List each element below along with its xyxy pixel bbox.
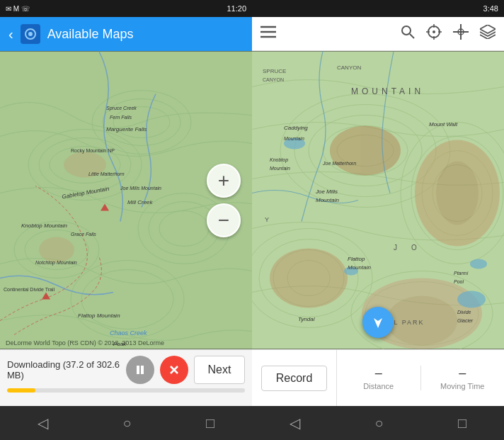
svg-marker-103 bbox=[374, 318, 382, 328]
svg-text:Divide: Divide bbox=[457, 310, 471, 315]
app-bar-right bbox=[252, 17, 504, 51]
svg-text:MOUNTAIN: MOUNTAIN bbox=[351, 86, 424, 96]
record-button[interactable]: Record bbox=[261, 366, 328, 391]
download-controls: Next bbox=[126, 356, 245, 384]
app-logo bbox=[21, 24, 40, 44]
app-bar-left: ‹ Available Maps bbox=[0, 17, 252, 51]
svg-point-74 bbox=[436, 162, 479, 225]
svg-text:Mill Creek: Mill Creek bbox=[127, 199, 154, 205]
menu-icon[interactable] bbox=[260, 26, 276, 42]
zoom-in-button[interactable]: + bbox=[207, 164, 241, 198]
svg-text:Flattop: Flattop bbox=[348, 256, 365, 262]
svg-text:Flattop Mountain: Flattop Mountain bbox=[78, 312, 120, 319]
svg-text:Chaos Creek: Chaos Creek bbox=[110, 329, 147, 337]
svg-text:Pool: Pool bbox=[454, 279, 464, 284]
copyright-text: DeLorme World Topo (RS CDN) © 2012, 2013… bbox=[6, 339, 164, 346]
svg-text:SPRUCE: SPRUCE bbox=[263, 68, 286, 74]
svg-point-1 bbox=[28, 32, 33, 36]
svg-point-70 bbox=[270, 249, 348, 308]
stats-container: – Distance – Moving Time bbox=[337, 366, 504, 390]
location-button[interactable] bbox=[362, 307, 394, 338]
recent-nav-right-icon[interactable]: □ bbox=[458, 415, 466, 431]
download-status-text: Downloading (37.2 of 302.6 MB) bbox=[7, 359, 126, 380]
status-bar-left: ✉ M ☏ 11:20 bbox=[0, 0, 252, 17]
svg-text:Glacier: Glacier bbox=[457, 318, 474, 323]
pause-button[interactable] bbox=[126, 356, 154, 384]
left-status-left-icons: ✉ M ☏ bbox=[6, 5, 30, 13]
svg-text:Rocky Mountain NP: Rocky Mountain NP bbox=[71, 148, 115, 154]
svg-text:Continental Divide Trail: Continental Divide Trail bbox=[4, 287, 55, 292]
progress-bar bbox=[7, 388, 245, 393]
home-nav-icon[interactable]: ○ bbox=[122, 415, 131, 431]
svg-point-78 bbox=[470, 259, 487, 269]
nav-bar-right: ◁ ○ □ bbox=[252, 406, 504, 440]
svg-text:CANYON: CANYON bbox=[337, 64, 361, 71]
svg-text:CANYON: CANYON bbox=[263, 77, 284, 82]
bottom-bar-right-top: Record – Distance – Moving Time bbox=[252, 350, 504, 406]
svg-point-73 bbox=[330, 126, 401, 176]
map-area-right[interactable]: SPRUCE CANYON CANYON Caddying Mountain K… bbox=[252, 51, 504, 349]
svg-text:Knobtop: Knobtop bbox=[270, 157, 288, 163]
download-status-row: Downloading (37.2 of 302.6 MB) Next bbox=[7, 356, 245, 384]
status-bar-right: 3:48 bbox=[252, 0, 504, 17]
back-nav-icon[interactable]: ◁ bbox=[38, 414, 48, 431]
svg-text:Y: Y bbox=[265, 216, 271, 223]
svg-point-17 bbox=[39, 237, 74, 263]
progress-fill bbox=[7, 388, 35, 393]
svg-text:Mountain: Mountain bbox=[316, 197, 339, 203]
progress-row bbox=[7, 388, 245, 393]
svg-text:Knobtop Mountain: Knobtop Mountain bbox=[21, 222, 67, 229]
gps-target-icon[interactable] bbox=[426, 24, 442, 43]
left-time: 11:20 bbox=[227, 4, 246, 13]
stat-moving-time: – Moving Time bbox=[421, 366, 505, 390]
moving-time-value: – bbox=[459, 366, 466, 380]
stat-distance: – Distance bbox=[337, 366, 421, 390]
svg-rect-35 bbox=[137, 366, 139, 374]
map-area-left[interactable]: Gabletop Mountain Knobtop Mountain Grace… bbox=[0, 51, 252, 349]
layers-icon[interactable] bbox=[480, 25, 496, 43]
svg-text:Ptarmi: Ptarmi bbox=[454, 271, 469, 276]
bottom-bar-left: Downloading (37.2 of 302.6 MB) Next bbox=[0, 349, 252, 406]
add-waypoint-icon[interactable] bbox=[453, 24, 469, 43]
record-btn-container: Record bbox=[252, 350, 337, 406]
svg-point-45 bbox=[433, 30, 435, 33]
moving-time-label: Moving Time bbox=[440, 382, 484, 390]
zoom-controls: + − bbox=[207, 164, 241, 237]
svg-text:Tyndal: Tyndal bbox=[298, 316, 315, 322]
svg-point-42 bbox=[402, 26, 411, 35]
right-time: 3:48 bbox=[483, 4, 498, 13]
svg-text:O: O bbox=[411, 244, 419, 252]
svg-text:Little Matterhorn: Little Matterhorn bbox=[88, 171, 125, 176]
next-button[interactable]: Next bbox=[194, 356, 245, 384]
svg-text:Grace Falls: Grace Falls bbox=[71, 232, 96, 237]
back-nav-right-icon[interactable]: ◁ bbox=[290, 414, 300, 431]
svg-text:Mount Walt: Mount Walt bbox=[429, 121, 458, 128]
bottom-bar-right: Record – Distance – Moving Time bbox=[252, 349, 504, 406]
svg-text:Fern Falls: Fern Falls bbox=[110, 115, 132, 120]
svg-text:Spruce Creek: Spruce Creek bbox=[106, 106, 137, 111]
cancel-button[interactable] bbox=[160, 356, 188, 384]
svg-text:Marguerite Falls: Marguerite Falls bbox=[106, 126, 147, 132]
svg-text:Joe Matterhorn: Joe Matterhorn bbox=[322, 161, 356, 166]
toolbar-right bbox=[401, 24, 496, 43]
svg-line-43 bbox=[410, 34, 414, 38]
svg-text:Joe Mills Mountain: Joe Mills Mountain bbox=[120, 186, 161, 191]
svg-text:Notchtop Mountain: Notchtop Mountain bbox=[35, 260, 77, 266]
home-nav-right-icon[interactable]: ○ bbox=[374, 415, 383, 431]
distance-label: Distance bbox=[363, 382, 394, 390]
recent-nav-icon[interactable]: □ bbox=[206, 415, 214, 431]
zoom-out-button[interactable]: − bbox=[207, 203, 241, 237]
app-title-left: Available Maps bbox=[47, 27, 134, 42]
svg-text:Mountain: Mountain bbox=[284, 136, 304, 141]
svg-marker-53 bbox=[480, 25, 496, 33]
svg-text:Joe Mills: Joe Mills bbox=[315, 188, 338, 195]
search-icon[interactable] bbox=[401, 25, 415, 43]
nav-bar-left: ◁ ○ □ bbox=[0, 406, 252, 440]
svg-text:Mountain: Mountain bbox=[348, 264, 371, 271]
svg-text:J: J bbox=[394, 244, 399, 252]
svg-point-77 bbox=[457, 291, 486, 308]
svg-rect-36 bbox=[141, 366, 144, 374]
right-panel: 3:48 bbox=[252, 0, 504, 440]
back-icon[interactable]: ‹ bbox=[8, 26, 13, 43]
left-panel: ✉ M ☏ 11:20 ‹ Available Maps bbox=[0, 0, 252, 440]
